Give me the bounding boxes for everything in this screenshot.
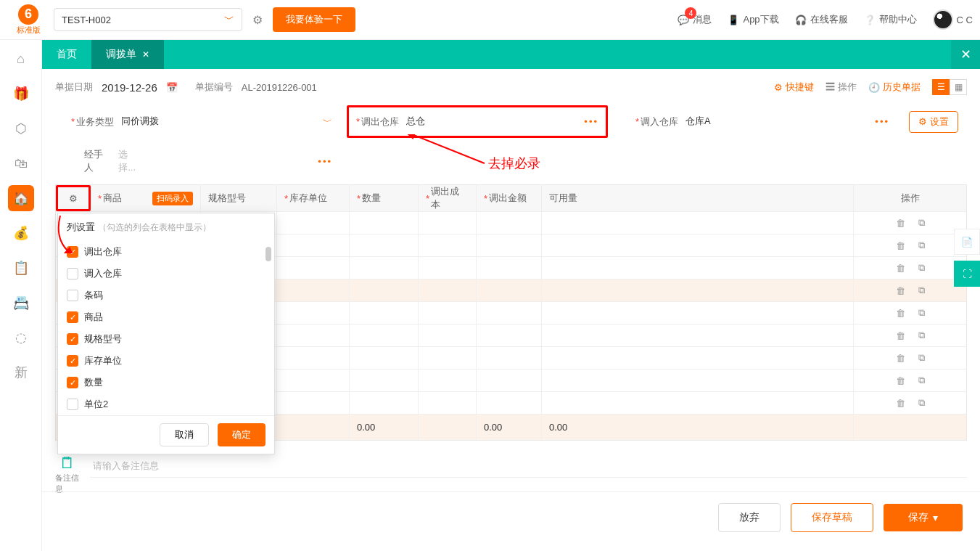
copy-icon[interactable]: ⧉	[918, 240, 925, 251]
main-content: 首页 调拨单 ✕ ✕ 单据日期 2019-12-26 📅 单据编号 AL-201…	[42, 40, 980, 551]
chevron-down-icon: ﹀	[323, 115, 332, 128]
colset-item[interactable]: 商品	[67, 306, 265, 328]
nav-clipboard-icon[interactable]: 📋	[8, 255, 34, 281]
more-icon[interactable]: •••	[318, 156, 332, 167]
copy-icon[interactable]: ⧉	[918, 285, 925, 296]
copy-icon[interactable]: ⧉	[918, 217, 925, 229]
items-table: ⚙ *商品扫码录入 规格型号 *库存单位 *数量 *调出成本 *调出金额 可用量…	[55, 184, 967, 441]
more-icon[interactable]: •••	[584, 116, 598, 127]
top-links: 💬 消息 4 📱 App下载 🎧 在线客服 ❔ 帮助中心 C C	[678, 9, 973, 30]
delete-icon[interactable]: 🗑	[896, 218, 905, 229]
handler-field[interactable]: 经手人 选择... •••	[71, 148, 332, 174]
colset-item[interactable]: 调出仓库	[67, 241, 265, 263]
checkbox[interactable]	[67, 246, 78, 258]
delete-icon[interactable]: 🗑	[896, 398, 905, 409]
colset-item[interactable]: 调入仓库	[67, 263, 265, 285]
footer-qty: 0.00	[350, 415, 419, 440]
save-draft-button[interactable]: 保存草稿	[791, 503, 873, 532]
date-value[interactable]: 2019-12-26	[102, 81, 157, 94]
colset-item[interactable]: 数量	[67, 372, 265, 393]
messages-link[interactable]: 💬 消息 4	[678, 13, 712, 26]
th-product: *商品扫码录入	[91, 185, 201, 211]
business-type-field[interactable]: *业务类型 同价调拨 ﹀	[71, 112, 332, 131]
customer-service-link[interactable]: 🎧 在线客服	[795, 13, 848, 26]
th-avail: 可用量	[542, 185, 854, 211]
ops-link[interactable]: ☰ 操作	[825, 81, 857, 94]
th-cost: *调出成本	[419, 185, 477, 211]
colset-item[interactable]: 单位2	[67, 393, 265, 415]
colset-item[interactable]: 规格型号	[67, 328, 265, 350]
checkbox[interactable]	[67, 268, 78, 279]
floating-tools: 📄 ⛶	[954, 229, 980, 287]
more-icon[interactable]: •••	[875, 116, 889, 127]
scan-entry-button[interactable]: 扫码录入	[152, 192, 193, 205]
view-list-icon[interactable]: ☰	[932, 79, 950, 95]
cancel-button[interactable]: 取消	[160, 423, 209, 446]
copy-icon[interactable]: ⧉	[918, 352, 925, 364]
close-all-tabs[interactable]: ✕	[951, 40, 980, 69]
delete-icon[interactable]: 🗑	[896, 263, 905, 274]
colset-item[interactable]: 库存单位	[67, 350, 265, 372]
ok-button[interactable]: 确定	[218, 423, 265, 446]
settings-button[interactable]: ⚙设置	[909, 111, 958, 133]
colset-item-label: 调入仓库	[84, 267, 122, 280]
date-label: 单据日期	[55, 81, 93, 94]
checkbox[interactable]	[67, 377, 78, 388]
column-settings-popover: 列设置 （勾选的列会在表格中显示） 调出仓库调入仓库条码商品规格型号库存单位数量…	[57, 213, 275, 454]
nav-contacts-icon[interactable]: 📇	[8, 290, 34, 316]
delete-icon[interactable]: 🗑	[896, 375, 905, 386]
history-link[interactable]: 🕘历史单据	[868, 81, 921, 94]
float-note-icon[interactable]: 📄	[954, 229, 980, 255]
help-center-link[interactable]: ❔ 帮助中心	[864, 13, 917, 26]
copy-icon[interactable]: ⧉	[918, 375, 925, 386]
calendar-icon[interactable]: 📅	[166, 82, 178, 93]
nav-loading-icon[interactable]: ◌	[8, 325, 34, 351]
float-expand-icon[interactable]: ⛶	[954, 261, 980, 287]
delete-icon[interactable]: 🗑	[896, 285, 905, 296]
checkbox[interactable]	[67, 355, 78, 367]
colset-item-label: 数量	[84, 376, 103, 389]
nav-gift-icon[interactable]: 🎁	[8, 81, 34, 107]
close-icon[interactable]: ✕	[142, 49, 149, 60]
checkbox[interactable]	[67, 399, 78, 410]
checkbox[interactable]	[67, 290, 78, 301]
in-warehouse-field[interactable]: *调入仓库 仓库A •••	[635, 112, 889, 131]
view-toggle: ☰ ▦	[932, 79, 967, 95]
gear-icon[interactable]: ⚙	[252, 13, 263, 27]
scrollbar-thumb[interactable]	[265, 247, 271, 261]
tab-home[interactable]: 首页	[42, 40, 91, 69]
tab-transfer[interactable]: 调拨单 ✕	[91, 40, 164, 69]
copy-icon[interactable]: ⧉	[918, 330, 925, 341]
delete-icon[interactable]: 🗑	[896, 240, 905, 251]
footer-actions: 放弃 保存草稿 保存▾	[42, 491, 980, 542]
document-header: 单据日期 2019-12-26 📅 单据编号 AL-20191226-001 ⚙…	[42, 69, 980, 102]
shortcut-link[interactable]: ⚙快捷键	[774, 81, 814, 94]
delete-icon[interactable]: 🗑	[896, 353, 905, 364]
delete-icon[interactable]: 🗑	[896, 330, 905, 341]
checkbox[interactable]	[67, 333, 78, 345]
store-selector[interactable]: TEST-H002 ﹀	[54, 8, 242, 31]
copy-icon[interactable]: ⧉	[918, 397, 925, 409]
remark-input[interactable]	[90, 454, 967, 478]
nav-home-icon[interactable]: ⌂	[8, 46, 34, 72]
nav-tag-icon[interactable]: ⬡	[8, 115, 34, 142]
checkbox[interactable]	[67, 311, 78, 323]
user-menu[interactable]: C C	[933, 9, 973, 30]
copy-icon[interactable]: ⧉	[918, 307, 925, 319]
app-download-link[interactable]: 📱 App下载	[728, 13, 778, 26]
colset-item[interactable]: 条码	[67, 285, 265, 306]
note-icon: 🗒	[59, 454, 75, 473]
gear-icon: ⚙	[918, 116, 927, 127]
nav-money-icon[interactable]: 💰	[8, 220, 34, 246]
nav-bag-icon[interactable]: 🛍	[8, 150, 34, 176]
out-warehouse-field[interactable]: *调出仓库 总仓 •••	[347, 105, 608, 138]
view-grid-icon[interactable]: ▦	[950, 79, 967, 95]
save-button[interactable]: 保存▾	[884, 504, 963, 531]
copy-icon[interactable]: ⧉	[918, 262, 925, 274]
column-settings-button[interactable]: ⚙	[56, 185, 91, 211]
nav-warehouse-icon[interactable]: 🏠	[8, 185, 34, 211]
delete-icon[interactable]: 🗑	[896, 308, 905, 319]
discard-button[interactable]: 放弃	[718, 503, 781, 532]
trial-button[interactable]: 我要体验一下	[273, 7, 355, 32]
nav-new-icon[interactable]: 新	[8, 359, 34, 385]
